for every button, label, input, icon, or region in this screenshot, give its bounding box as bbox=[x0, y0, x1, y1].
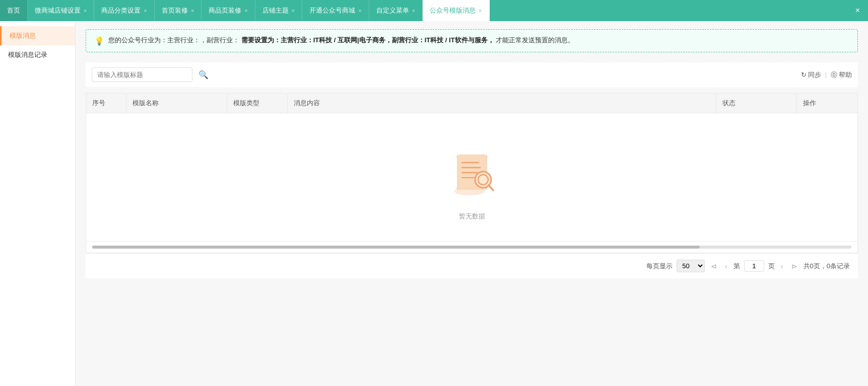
horizontal-scrollbar[interactable] bbox=[92, 246, 851, 249]
close-template-msg[interactable]: × bbox=[479, 8, 482, 14]
close-product-decor[interactable]: × bbox=[244, 8, 247, 14]
notice-icon: 💡 bbox=[94, 36, 104, 46]
current-page-input[interactable] bbox=[744, 260, 764, 272]
help-label: 帮助 bbox=[839, 70, 852, 80]
last-page-button[interactable]: ⊳ bbox=[789, 261, 799, 271]
tab-open-mall-label: 开通公众号商城 bbox=[309, 6, 355, 15]
help-icon: ⓪ bbox=[831, 70, 837, 80]
notice-text-after: 才能正常发送预置的消息。 bbox=[496, 36, 574, 44]
tab-product-decor[interactable]: 商品页装修 × bbox=[202, 0, 255, 21]
empty-state: 暂无数据 bbox=[86, 113, 857, 241]
col-content: 消息内容 bbox=[288, 94, 716, 113]
next-page-button[interactable]: › bbox=[779, 261, 785, 271]
search-right: ↻ 同步 | ⓪ 帮助 bbox=[801, 70, 852, 80]
scrollbar-row bbox=[86, 241, 857, 253]
sync-icon: ↻ bbox=[801, 71, 807, 79]
total-text: 共0页，0条记录 bbox=[804, 262, 850, 271]
tab-home-decor-label: 首页装修 bbox=[162, 6, 188, 15]
svg-line-7 bbox=[489, 185, 493, 190]
sidebar: 模版消息 模版消息记录 bbox=[0, 21, 76, 386]
sync-button[interactable]: ↻ 同步 bbox=[801, 70, 821, 80]
col-index: 序号 bbox=[86, 94, 126, 113]
col-action: 操作 bbox=[797, 94, 857, 113]
tab-custom-menu-label: 自定义菜单 bbox=[376, 6, 409, 15]
first-page-button[interactable]: ⊲ bbox=[709, 261, 719, 271]
empty-text: 暂无数据 bbox=[459, 212, 485, 221]
notice-text: 您的公众号行业为：主营行业：，副营行业： 需要设置为：主营行业：IT科技 / 互… bbox=[108, 36, 574, 45]
page-label: 第 bbox=[733, 262, 740, 271]
pagination: 每页显示 50 20 100 ⊲ ‹ 第 页 › ⊳ 共0页，0条记录 bbox=[86, 253, 858, 278]
sidebar-item-template-msg-log-label: 模版消息记录 bbox=[8, 51, 47, 58]
notice-highlight: 需要设置为：主营行业：IT科技 / 互联网|电子商务，副营行业：IT科技 / I… bbox=[241, 36, 494, 44]
prev-page-button[interactable]: ‹ bbox=[723, 261, 729, 271]
page-size-select[interactable]: 50 20 100 bbox=[677, 260, 705, 272]
search-input[interactable] bbox=[92, 67, 192, 82]
close-shop-settings[interactable]: × bbox=[84, 8, 87, 14]
col-name: 模版名称 bbox=[126, 94, 227, 113]
table-header: 序号 模版名称 模版类型 消息内容 状态 操作 bbox=[86, 94, 857, 113]
sidebar-item-template-msg-log[interactable]: 模版消息记录 bbox=[0, 45, 75, 64]
tab-shop-theme[interactable]: 店铺主题 × bbox=[255, 0, 302, 21]
divider: | bbox=[825, 71, 827, 79]
help-button[interactable]: ⓪ 帮助 bbox=[831, 70, 852, 80]
tab-home-label: 首页 bbox=[7, 6, 20, 15]
search-row: 🔍 ↻ 同步 | ⓪ 帮助 bbox=[86, 62, 858, 87]
tab-shop-theme-label: 店铺主题 bbox=[262, 6, 289, 15]
tab-home-decor[interactable]: 首页装修 × bbox=[155, 0, 202, 21]
tab-custom-menu[interactable]: 自定义菜单 × bbox=[369, 0, 423, 21]
content-area: 💡 您的公众号行业为：主营行业：，副营行业： 需要设置为：主营行业：IT科技 /… bbox=[76, 21, 868, 386]
notice-text-before: 您的公众号行业为：主营行业：，副营行业： bbox=[108, 36, 239, 44]
empty-illustration bbox=[442, 143, 502, 204]
search-icon: 🔍 bbox=[198, 70, 209, 79]
data-table: 序号 模版名称 模版类型 消息内容 状态 操作 bbox=[86, 93, 858, 253]
close-custom-menu[interactable]: × bbox=[412, 8, 415, 14]
tab-home[interactable]: 首页 bbox=[0, 0, 28, 21]
tab-category-settings-label: 商品分类设置 bbox=[101, 6, 141, 15]
notice-box: 💡 您的公众号行业为：主营行业：，副营行业： 需要设置为：主营行业：IT科技 /… bbox=[86, 29, 858, 52]
scrollbar-thumb bbox=[92, 246, 700, 249]
sidebar-item-template-msg-label: 模版消息 bbox=[10, 32, 36, 39]
tab-product-decor-label: 商品页装修 bbox=[209, 6, 241, 15]
page-unit: 页 bbox=[768, 262, 775, 271]
close-shop-theme[interactable]: × bbox=[292, 8, 295, 14]
tab-template-msg-label: 公众号模版消息 bbox=[430, 6, 476, 15]
page-size-label: 每页显示 bbox=[646, 262, 673, 271]
tab-category-settings[interactable]: 商品分类设置 × bbox=[94, 0, 154, 21]
col-type: 模版类型 bbox=[227, 94, 288, 113]
close-home-decor[interactable]: × bbox=[191, 8, 194, 14]
tab-shop-settings-label: 微商城店铺设置 bbox=[35, 6, 81, 15]
close-category-settings[interactable]: × bbox=[144, 8, 147, 14]
main-layout: 模版消息 模版消息记录 💡 您的公众号行业为：主营行业：，副营行业： 需要设置为… bbox=[0, 21, 868, 386]
tab-shop-settings[interactable]: 微商城店铺设置 × bbox=[28, 0, 94, 21]
tab-template-msg[interactable]: 公众号模版消息 × bbox=[423, 0, 489, 21]
close-all-button[interactable]: × bbox=[847, 0, 868, 21]
col-status: 状态 bbox=[716, 94, 797, 113]
search-left: 🔍 bbox=[92, 67, 211, 82]
close-open-mall[interactable]: × bbox=[358, 8, 361, 14]
search-button[interactable]: 🔍 bbox=[196, 68, 211, 82]
sidebar-item-template-msg[interactable]: 模版消息 bbox=[0, 26, 75, 45]
top-nav: 首页 微商城店铺设置 × 商品分类设置 × 首页装修 × 商品页装修 × 店铺主… bbox=[0, 0, 868, 21]
sync-label: 同步 bbox=[808, 70, 821, 80]
tab-open-mall[interactable]: 开通公众号商城 × bbox=[302, 0, 369, 21]
